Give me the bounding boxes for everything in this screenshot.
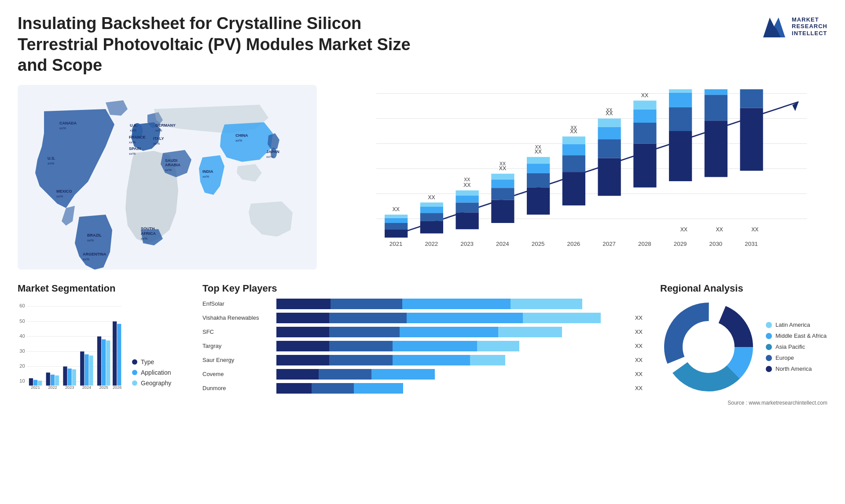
svg-text:xx%: xx%	[165, 168, 172, 172]
segmentation-title: Market Segmentation	[18, 283, 185, 294]
svg-text:2026: 2026	[567, 241, 580, 247]
svg-text:2025: 2025	[532, 241, 545, 247]
svg-rect-56	[527, 164, 550, 173]
svg-rect-50	[491, 179, 514, 188]
svg-rect-55	[527, 173, 550, 187]
svg-text:XX: XX	[641, 92, 648, 99]
svg-rect-78	[669, 131, 692, 181]
svg-rect-67	[598, 139, 621, 158]
svg-rect-128	[106, 340, 110, 385]
top-section: CANADA xx% U.S. xx% MEXICO xx% BRAZIL xx…	[18, 85, 827, 270]
svg-rect-32	[385, 218, 408, 223]
svg-text:XX: XX	[499, 165, 506, 172]
svg-rect-122	[80, 351, 84, 386]
svg-text:50: 50	[19, 318, 25, 323]
player-row-targray: Targray XX	[202, 341, 643, 351]
svg-rect-116	[55, 375, 59, 385]
svg-text:2022: 2022	[48, 385, 57, 390]
segmentation-chart: 60 50 40 30 20 10	[18, 299, 123, 395]
page-title: Insulating Backsheet for Crystalline Sil…	[18, 13, 414, 76]
svg-text:xx%: xx%	[59, 126, 66, 130]
svg-point-138	[683, 321, 734, 373]
svg-text:XX: XX	[680, 226, 687, 233]
legend-dot-type	[132, 359, 137, 365]
svg-rect-120	[72, 369, 76, 385]
svg-rect-85	[705, 89, 727, 95]
svg-rect-31	[385, 223, 408, 229]
player-row-saur: Saur Energy XX	[202, 355, 643, 365]
regional-container: Regional Analysis Latin America	[660, 283, 827, 406]
svg-rect-51	[491, 173, 514, 179]
svg-text:2022: 2022	[425, 241, 438, 247]
legend-dot-geography	[132, 380, 137, 386]
logo-icon	[761, 13, 787, 40]
svg-text:XX: XX	[716, 226, 723, 233]
svg-rect-33	[385, 215, 408, 218]
svg-rect-88	[740, 89, 763, 108]
svg-text:XX: XX	[428, 194, 435, 200]
svg-text:xx%: xx%	[155, 128, 162, 132]
svg-text:2031: 2031	[745, 241, 758, 247]
legend-north-america: North America	[766, 365, 827, 372]
svg-text:xx%: xx%	[266, 155, 273, 159]
svg-rect-75	[633, 100, 656, 109]
svg-rect-81	[669, 89, 692, 93]
svg-text:20: 20	[19, 363, 25, 369]
svg-rect-57	[527, 157, 550, 163]
svg-rect-39	[420, 202, 443, 207]
players-container: Top Key Players EnfSolar Vishakha Renewa…	[202, 283, 643, 406]
svg-text:2025: 2025	[99, 385, 108, 390]
svg-rect-79	[669, 107, 692, 131]
legend-asia-pacific: Asia Pacific	[766, 343, 827, 350]
svg-text:60: 60	[19, 303, 25, 308]
svg-rect-84	[705, 95, 727, 121]
svg-text:2024: 2024	[496, 241, 509, 247]
svg-rect-54	[527, 187, 550, 215]
logo-area: MARKET RESEARCH INTELLECT	[761, 13, 827, 40]
svg-rect-80	[669, 92, 692, 107]
svg-text:XX: XX	[535, 144, 541, 149]
svg-rect-48	[491, 200, 514, 223]
svg-rect-61	[562, 155, 585, 172]
svg-rect-38	[420, 206, 443, 212]
svg-rect-111	[33, 380, 37, 385]
svg-text:XX: XX	[534, 149, 541, 155]
player-row-coveme: Coveme XX	[202, 369, 643, 380]
svg-text:2021: 2021	[31, 385, 40, 390]
svg-rect-60	[562, 172, 585, 205]
svg-rect-119	[68, 368, 72, 385]
svg-rect-69	[598, 118, 621, 127]
svg-text:xx%: xx%	[87, 238, 94, 242]
bar-chart-container: 2021 XX 2022 XX 2023 XX	[334, 85, 827, 270]
svg-text:XX: XX	[751, 226, 758, 233]
svg-rect-66	[598, 158, 621, 196]
legend-europe: Europe	[766, 354, 827, 361]
source-text: Source : www.marketresearchintellect.com	[660, 400, 827, 406]
legend-latin-america: Latin America	[766, 321, 827, 328]
svg-rect-87	[740, 108, 763, 171]
legend-item-geography: Geography	[132, 380, 171, 387]
legend-item-type: Type	[132, 358, 171, 365]
world-map-container: CANADA xx% U.S. xx% MEXICO xx% BRAZIL xx…	[18, 85, 317, 270]
svg-rect-110	[29, 378, 33, 386]
svg-text:30: 30	[19, 348, 25, 353]
player-row-enfsolar: EnfSolar	[202, 299, 643, 309]
svg-rect-112	[38, 380, 42, 385]
svg-text:xx%: xx%	[56, 194, 63, 198]
svg-text:2021: 2021	[389, 241, 403, 247]
svg-rect-118	[63, 366, 67, 385]
header: Insulating Backsheet for Crystalline Sil…	[18, 13, 827, 76]
svg-rect-68	[598, 127, 621, 139]
svg-rect-36	[420, 221, 443, 234]
legend-item-application: Application	[132, 369, 171, 376]
svg-rect-126	[97, 336, 101, 386]
svg-rect-74	[633, 109, 656, 122]
svg-rect-127	[102, 339, 106, 385]
svg-text:xx%: xx%	[130, 128, 136, 132]
svg-text:40: 40	[19, 333, 25, 338]
svg-rect-123	[84, 354, 88, 385]
svg-rect-115	[51, 374, 55, 385]
svg-rect-49	[491, 188, 514, 200]
logo-text: MARKET RESEARCH INTELLECT	[792, 16, 827, 37]
svg-text:xx%: xx%	[129, 152, 136, 156]
